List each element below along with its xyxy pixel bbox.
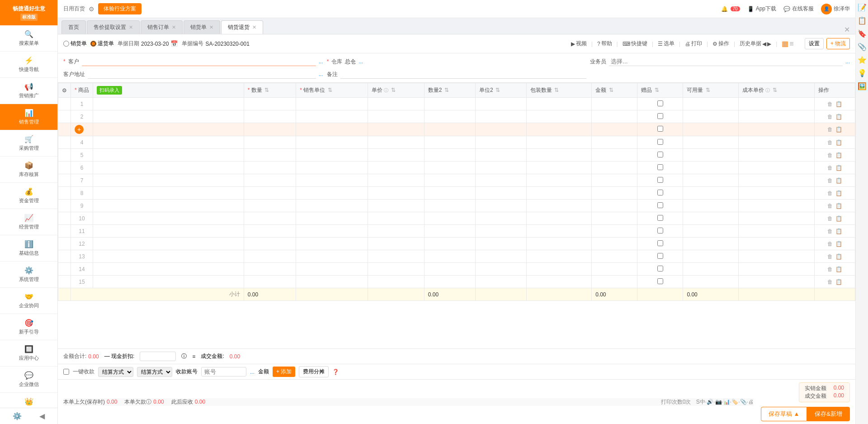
row-7-qty[interactable] xyxy=(244,174,296,187)
row-9-amount[interactable] xyxy=(592,200,637,212)
row-3-pack-qty[interactable] xyxy=(527,123,592,136)
row-2-gift[interactable] xyxy=(637,110,683,123)
row-3-qty2[interactable] xyxy=(424,123,475,136)
delete-icon-3[interactable]: 🗑 xyxy=(827,126,833,133)
row-4-cost-price[interactable] xyxy=(739,136,815,149)
row-3-amount[interactable] xyxy=(592,123,637,136)
row-2-product[interactable] xyxy=(93,110,244,123)
row-13-product[interactable] xyxy=(93,250,244,263)
row-13-cost-price[interactable] xyxy=(739,250,815,263)
tab-2[interactable]: 销售订单✕ xyxy=(141,20,183,34)
row-4-product[interactable] xyxy=(93,136,244,149)
row-4-pack-qty[interactable] xyxy=(527,136,592,149)
sidebar-item-13[interactable]: 💬企业微信 xyxy=(0,367,57,393)
row-4-unit[interactable] xyxy=(296,136,368,149)
account-no-input[interactable] xyxy=(201,367,246,376)
product-input-4[interactable] xyxy=(97,139,240,146)
row-8-available[interactable] xyxy=(683,187,739,200)
delete-icon-11[interactable]: 🗑 xyxy=(827,228,833,234)
row-14-qty[interactable] xyxy=(244,263,296,276)
tab-0[interactable]: 首页 xyxy=(61,20,86,34)
row-1-pack-qty[interactable] xyxy=(527,98,592,110)
row-10-gift[interactable] xyxy=(637,212,683,225)
row-12-available[interactable] xyxy=(683,238,739,250)
row-5-qty[interactable] xyxy=(244,149,296,162)
row-5-gift[interactable] xyxy=(637,149,683,162)
product-input-15[interactable] xyxy=(97,278,240,285)
row-1-unit2[interactable] xyxy=(475,98,526,110)
user-info[interactable]: 👤 徐泽华 xyxy=(821,4,850,14)
one-click-checkbox[interactable] xyxy=(63,369,69,375)
return-radio-input[interactable] xyxy=(90,41,96,47)
copy-icon-12[interactable]: 📋 xyxy=(835,241,842,247)
row-14-qty2[interactable] xyxy=(424,263,475,276)
row-11-unit[interactable] xyxy=(296,225,368,238)
row-11-amount[interactable] xyxy=(592,225,637,238)
sale-radio-input[interactable] xyxy=(63,41,69,47)
row-11-price[interactable] xyxy=(368,225,424,238)
row-7-available[interactable] xyxy=(683,174,739,187)
sale-radio[interactable]: 销货单 xyxy=(63,40,87,48)
row-4-qty2[interactable] xyxy=(424,136,475,149)
row-14-gift[interactable] xyxy=(637,263,683,276)
sidebar-item-8[interactable]: ℹ️基础信息 xyxy=(0,235,57,262)
row-8-cost-price[interactable] xyxy=(739,187,815,200)
row-13-available[interactable] xyxy=(683,250,739,263)
warehouse-dots[interactable]: ... xyxy=(359,58,363,65)
delete-icon-10[interactable]: 🗑 xyxy=(827,215,833,222)
sidebar-item-9[interactable]: ⚙️系统管理 xyxy=(0,262,57,288)
salesperson-dots[interactable]: ... xyxy=(845,58,850,65)
row-2-qty[interactable] xyxy=(244,110,296,123)
sidebar-item-4[interactable]: 🛒采购管理 xyxy=(0,130,57,157)
row-2-price[interactable] xyxy=(368,110,424,123)
help-btn[interactable]: ? 帮助 xyxy=(597,40,612,48)
delete-icon-1[interactable]: 🗑 xyxy=(827,101,833,107)
product-input-12[interactable] xyxy=(97,240,240,247)
gift-checkbox-8[interactable] xyxy=(657,190,663,195)
row-5-unit[interactable] xyxy=(296,149,368,162)
row-10-amount[interactable] xyxy=(592,212,637,225)
row-6-unit2[interactable] xyxy=(475,162,526,174)
notification-bell[interactable]: 🔔70 xyxy=(721,6,740,12)
row-7-cost-price[interactable] xyxy=(739,174,815,187)
copy-icon-10[interactable]: 📋 xyxy=(835,215,842,222)
row-8-pack-qty[interactable] xyxy=(527,187,592,200)
row-15-qty2[interactable] xyxy=(424,276,475,288)
row-14-product[interactable] xyxy=(93,263,244,276)
grid-view-btn[interactable]: ▦ xyxy=(782,39,788,48)
row-3-cost-price[interactable] xyxy=(739,123,815,136)
add-row-btn[interactable]: + xyxy=(75,125,84,134)
row-15-available[interactable] xyxy=(683,276,739,288)
row-10-unit2[interactable] xyxy=(475,212,526,225)
row-2-cost-price[interactable] xyxy=(739,110,815,123)
copy-icon-13[interactable]: 📋 xyxy=(835,253,842,260)
tab-close-4[interactable]: ✕ xyxy=(252,24,256,30)
customer-input[interactable] xyxy=(82,57,316,66)
gift-checkbox-12[interactable] xyxy=(657,240,663,246)
row-5-amount[interactable] xyxy=(592,149,637,162)
row-1-price[interactable] xyxy=(368,98,424,110)
row-11-qty2[interactable] xyxy=(424,225,475,238)
product-input-9[interactable] xyxy=(97,202,240,209)
row-5-available[interactable] xyxy=(683,149,739,162)
add-expense-btn[interactable]: + 添加 xyxy=(273,367,295,377)
row-13-gift[interactable] xyxy=(637,250,683,263)
row-7-amount[interactable] xyxy=(592,174,637,187)
row-12-unit[interactable] xyxy=(296,238,368,250)
sidebar-item-11[interactable]: 🎯新手引导 xyxy=(0,314,57,340)
copy-icon-14[interactable]: 📋 xyxy=(835,266,842,272)
row-13-pack-qty[interactable] xyxy=(527,250,592,263)
row-3-unit[interactable] xyxy=(296,123,368,136)
row-10-qty2[interactable] xyxy=(424,212,475,225)
rp-star-icon[interactable]: ⭐ xyxy=(856,54,868,66)
rp-link-icon[interactable]: 📎 xyxy=(856,41,868,52)
customer-dots[interactable]: ... xyxy=(319,58,323,65)
row-15-amount[interactable] xyxy=(592,276,637,288)
row-11-unit2[interactable] xyxy=(475,225,526,238)
row-4-amount[interactable] xyxy=(592,136,637,149)
sidebar-item-1[interactable]: ⚡快捷导航 xyxy=(0,52,57,78)
online-service-link[interactable]: 💬 在线客服 xyxy=(783,5,814,13)
row-8-unit2[interactable] xyxy=(475,187,526,200)
delete-icon-6[interactable]: 🗑 xyxy=(827,165,833,171)
row-9-qty2[interactable] xyxy=(424,200,475,212)
